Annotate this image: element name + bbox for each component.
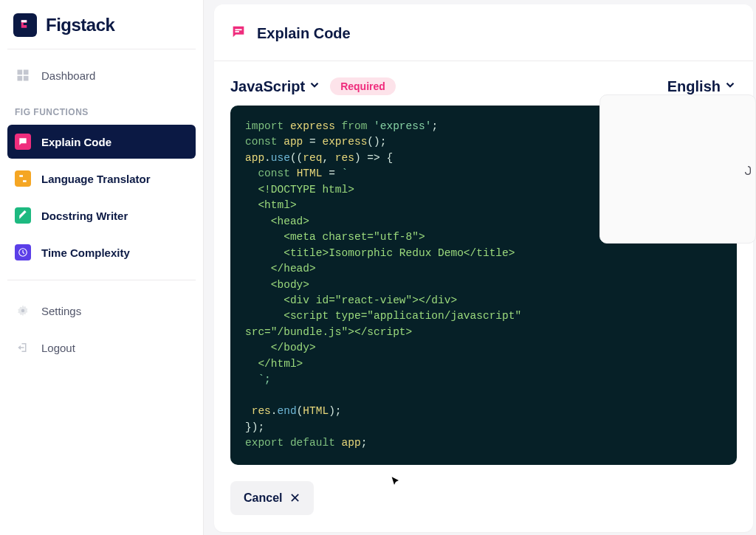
divider	[7, 280, 196, 280]
output-panel-handle	[743, 148, 755, 193]
close-icon: ✕	[289, 490, 300, 506]
time-complexity-icon	[15, 244, 31, 260]
translator-icon	[15, 170, 31, 187]
nav-translate-label: Language Translator	[41, 173, 151, 185]
nav-time-complexity[interactable]: Time Complexity	[7, 235, 196, 269]
svg-rect-2	[18, 76, 23, 81]
svg-rect-7	[235, 31, 239, 32]
cancel-button[interactable]: Cancel ✕	[230, 481, 314, 515]
sidebar: Figstack Dashboard FIG FUNCTIONS Explain…	[0, 0, 204, 535]
input-language-select[interactable]: JavaScript	[230, 78, 321, 95]
output-language-select[interactable]: English	[667, 78, 737, 95]
main: Explain Code JavaScript Required English…	[204, 0, 756, 535]
nav-logout[interactable]: Logout	[7, 331, 196, 365]
nav-settings[interactable]: Settings	[7, 294, 196, 328]
nav-logout-label: Logout	[41, 342, 75, 354]
dashboard-icon	[15, 67, 31, 83]
input-language-label: JavaScript	[230, 78, 305, 95]
required-badge: Required	[330, 77, 396, 95]
nav-language-translator[interactable]: Language Translator	[7, 162, 196, 196]
logout-icon	[15, 339, 31, 356]
nav-time-label: Time Complexity	[41, 246, 130, 259]
section-label-functions: FIG FUNCTIONS	[7, 92, 196, 122]
explain-code-icon	[15, 134, 31, 150]
svg-rect-0	[18, 70, 23, 75]
brand[interactable]: Figstack	[7, 13, 196, 49]
explain-card: Explain Code JavaScript Required English…	[214, 4, 753, 532]
nav-settings-label: Settings	[41, 305, 81, 317]
output-language-label: English	[667, 78, 721, 95]
output-panel	[599, 94, 756, 244]
nav-dashboard[interactable]: Dashboard	[7, 58, 196, 92]
nav-docstring-label: Docstring Writer	[41, 210, 128, 222]
cancel-button-label: Cancel	[244, 491, 282, 505]
docstring-icon	[15, 207, 31, 224]
gear-icon	[15, 303, 31, 319]
chevron-down-icon	[308, 78, 321, 95]
nav-docstring-writer[interactable]: Docstring Writer	[7, 199, 196, 232]
card-header: Explain Code	[214, 4, 753, 61]
explain-header-icon	[230, 24, 247, 43]
svg-rect-3	[24, 76, 29, 81]
nav-explain-label: Explain Code	[41, 136, 111, 148]
svg-rect-1	[24, 70, 29, 75]
card-title: Explain Code	[257, 25, 351, 42]
nav-explain-code[interactable]: Explain Code	[7, 125, 196, 159]
actions-row: Cancel ✕	[214, 465, 753, 531]
logo-icon	[13, 13, 37, 37]
nav-dashboard-label: Dashboard	[41, 69, 95, 82]
logo-text: Figstack	[46, 15, 114, 35]
svg-rect-6	[235, 29, 241, 30]
chevron-down-icon	[724, 78, 737, 95]
